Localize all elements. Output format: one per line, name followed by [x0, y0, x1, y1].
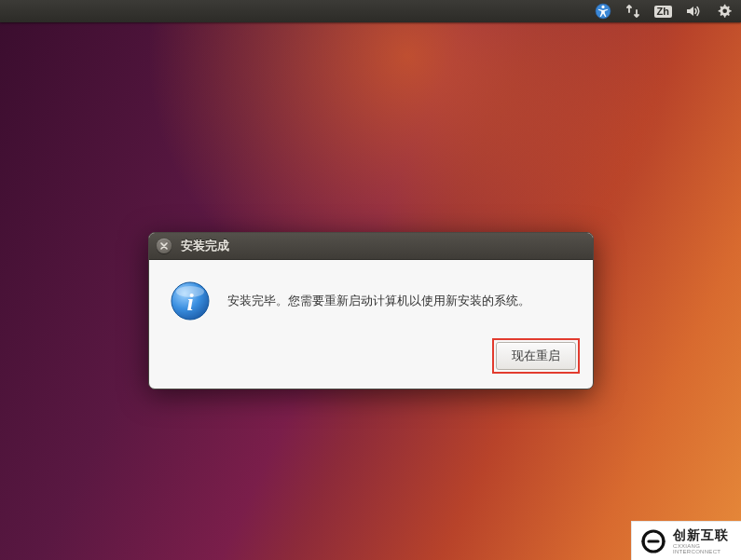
close-button[interactable]: [157, 239, 172, 253]
input-method-indicator[interactable]: Zh: [654, 6, 672, 18]
install-complete-dialog: 安装完成 i 安装完毕。您需要重新启动计算机以使用新安: [148, 232, 594, 389]
svg-point-1: [601, 6, 604, 8]
dialog-title: 安装完成: [181, 238, 229, 254]
dialog-titlebar[interactable]: 安装完成: [149, 233, 593, 260]
dialog-message: 安装完毕。您需要重新启动计算机以使用新安装的系统。: [227, 293, 530, 309]
svg-point-2: [722, 8, 727, 13]
sound-indicator[interactable]: [685, 4, 704, 19]
top-menu-bar: Zh: [0, 0, 741, 22]
watermark-logo-icon: [639, 527, 667, 555]
close-icon: [160, 242, 168, 250]
svg-text:i: i: [186, 289, 194, 316]
watermark-brand-cn: 创新互联: [673, 528, 734, 541]
dialog-button-row: 现在重启: [149, 333, 593, 389]
watermark: 创新互联 CXXIANG INTERCONNECT: [631, 521, 741, 560]
restart-now-button[interactable]: 现在重启: [496, 342, 576, 370]
volume-icon: [685, 4, 704, 19]
network-icon: [624, 4, 641, 19]
system-indicator[interactable]: [717, 4, 732, 19]
network-indicator[interactable]: [624, 4, 641, 19]
watermark-brand-en: CXXIANG INTERCONNECT: [673, 543, 734, 554]
desktop-background: Zh 安装完成: [0, 0, 741, 560]
info-icon: i: [170, 280, 211, 321]
dialog-content: i 安装完毕。您需要重新启动计算机以使用新安装的系统。: [149, 260, 593, 333]
gear-icon: [717, 4, 732, 19]
accessibility-icon: [595, 3, 611, 20]
accessibility-indicator[interactable]: [595, 3, 611, 20]
restart-highlight: 现在重启: [492, 338, 580, 374]
ime-badge: Zh: [654, 6, 672, 18]
watermark-text: 创新互联 CXXIANG INTERCONNECT: [673, 528, 734, 554]
